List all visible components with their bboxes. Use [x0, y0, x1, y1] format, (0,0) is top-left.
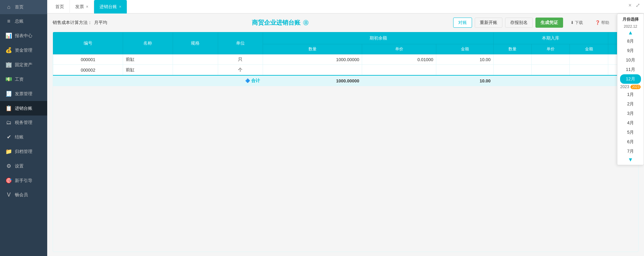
- month-nav-up: ▲: [617, 29, 644, 36]
- sidebar-item-label: 结账: [15, 134, 24, 140]
- month-nav-up-button[interactable]: ▲: [626, 30, 635, 36]
- col-name-header: 名称: [123, 32, 173, 54]
- sidebar-item-label: 总账: [15, 18, 24, 24]
- month-item-3[interactable]: 3月: [617, 109, 644, 118]
- close-accounts-icon: ✔: [5, 134, 12, 140]
- archive-icon: 📁: [5, 148, 12, 155]
- month-item-2[interactable]: 2月: [617, 99, 644, 109]
- col-period-amount-header: 金额: [436, 44, 494, 54]
- table-body: 000001 前缸 只 1000.00000 0.01000 10.00 000…: [53, 54, 638, 86]
- reopen-button[interactable]: 重新开账: [475, 18, 502, 28]
- col-in-amount-header: 金额: [570, 44, 608, 54]
- help-button[interactable]: ❓ 帮助: [590, 18, 614, 27]
- month-selector-header: 月份选择: [617, 15, 644, 24]
- month-nav-down: ▼: [617, 156, 644, 163]
- row-unit: 个: [218, 65, 263, 76]
- cost-method-value: 月平均: [94, 20, 107, 26]
- month-item-4[interactable]: 4月: [617, 118, 644, 128]
- tab-invoice-close[interactable]: ×: [86, 4, 88, 9]
- tab-purchase-sales-close[interactable]: ×: [119, 4, 121, 9]
- sidebar-item-vip[interactable]: V 畅会员: [0, 188, 47, 202]
- reconcile-button[interactable]: 对账: [453, 18, 472, 28]
- maximize-window-button[interactable]: ⤢: [634, 1, 641, 9]
- close-window-button[interactable]: ×: [627, 2, 633, 9]
- window-controls: × ⤢: [624, 0, 644, 10]
- month-nav-down-button[interactable]: ▼: [626, 157, 635, 163]
- col-spec-header: 规格: [173, 32, 218, 54]
- sidebar-item-label: 工资: [15, 76, 24, 82]
- row-period-amount: [436, 65, 494, 76]
- tab-bar: 首页 发票 × 进销台账 ×: [47, 0, 644, 14]
- sidebar-item-archive[interactable]: 📁 归档管理: [0, 144, 47, 159]
- generate-voucher-button[interactable]: 生成凭证: [535, 18, 563, 28]
- row-in-amount: [570, 65, 608, 76]
- sidebar: ⌂ 首页 ≡ 总账 📊 报表中心 💰 资金管理 🏢 固定资产 💵 工资 🧾 发票…: [0, 0, 47, 256]
- row-in-amount: [570, 54, 608, 65]
- month-item-10[interactable]: 10月: [617, 55, 644, 65]
- col-current-in-header: 本期入库: [494, 32, 608, 44]
- row-period-amount: 10.00: [436, 54, 494, 65]
- row-period-price: [362, 65, 436, 76]
- page-content: 销售成本计算方法： 月平均 商贸企业进销台账 目 对账 重新开账 存报别名 生成…: [47, 14, 644, 256]
- data-table: 编号 名称 规格 单位 期初余额 本期入库 数 数量 单价 金额 数量 单价: [53, 32, 638, 86]
- main-area: × ⤢ 首页 发票 × 进销台账 × 销售成本计算方法： 月平均 商贸企业进销台…: [47, 0, 644, 256]
- row-code: 000001: [53, 54, 123, 65]
- sidebar-item-guide[interactable]: 🎯 新手引导: [0, 173, 47, 188]
- col-in-qty-header: 数量: [494, 44, 532, 54]
- save-alias-button[interactable]: 存报别名: [505, 18, 533, 28]
- month-item-9[interactable]: 9月: [617, 46, 644, 55]
- row-name: 前缸: [123, 65, 173, 76]
- sidebar-item-reports[interactable]: 📊 报表中心: [0, 28, 47, 43]
- total-period-price: [362, 75, 436, 86]
- ledger-icon: ≡: [5, 18, 12, 24]
- sidebar-item-close-accounts[interactable]: ✔ 结账: [0, 130, 47, 144]
- tab-invoice-label: 发票: [75, 4, 84, 10]
- download-label: 下载: [575, 20, 583, 26]
- row-spec: [173, 54, 218, 65]
- tab-purchase-sales[interactable]: 进销台账 ×: [94, 0, 127, 14]
- row-in-price: [532, 54, 570, 65]
- month-item-12[interactable]: 12月: [620, 74, 641, 84]
- action-buttons: 对账 重新开账 存报别名 生成凭证 ⬇ 下载 ❓ 帮助 ↻ 刷新: [453, 18, 639, 28]
- tax-icon: 🗂: [5, 120, 12, 126]
- info-icon[interactable]: 目: [303, 20, 309, 25]
- month-item-5[interactable]: 5月: [617, 128, 644, 137]
- sidebar-item-label: 归档管理: [15, 149, 32, 155]
- home-icon: ⌂: [5, 4, 12, 10]
- row-unit: 只: [218, 54, 263, 65]
- month-item-7[interactable]: 7月: [617, 147, 644, 156]
- row-in-qty: [494, 65, 532, 76]
- sidebar-item-payroll[interactable]: 💵 工资: [0, 72, 47, 86]
- month-item-11[interactable]: 11月: [617, 65, 644, 74]
- download-button[interactable]: ⬇ 下载: [566, 18, 588, 27]
- sidebar-item-label: 设置: [15, 163, 24, 169]
- month-item-8[interactable]: 8月: [617, 36, 644, 46]
- year-badge: 2023: [631, 85, 641, 89]
- tab-home[interactable]: 首页: [50, 0, 70, 14]
- sidebar-item-tax[interactable]: 🗂 税务管理: [0, 116, 47, 130]
- sidebar-item-invoice-mgmt[interactable]: 🧾 发票管理: [0, 86, 47, 101]
- total-period-amount: 10.00: [436, 75, 494, 86]
- total-label: 🔷 合计: [53, 75, 263, 86]
- help-label: 帮助: [601, 20, 609, 26]
- row-in-qty: [494, 54, 532, 65]
- sidebar-item-purchase-sales[interactable]: 📋 进销台账: [0, 101, 47, 116]
- sidebar-item-settings[interactable]: ⚙ 设置: [0, 159, 47, 173]
- month-item-6[interactable]: 6月: [617, 137, 644, 147]
- sidebar-item-label: 资金管理: [15, 47, 32, 53]
- row-period-qty: [263, 65, 362, 76]
- sidebar-item-funds[interactable]: 💰 资金管理: [0, 43, 47, 57]
- funds-icon: 💰: [5, 47, 12, 53]
- tab-invoice[interactable]: 发票 ×: [70, 0, 94, 14]
- sidebar-item-home[interactable]: ⌂ 首页: [0, 0, 47, 14]
- assets-icon: 🏢: [5, 61, 12, 68]
- col-period-qty-header: 数量: [263, 44, 362, 54]
- row-code: 000002: [53, 65, 123, 76]
- sidebar-item-ledger[interactable]: ≡ 总账: [0, 14, 47, 28]
- reports-icon: 📊: [5, 32, 12, 39]
- sidebar-item-assets[interactable]: 🏢 固定资产: [0, 57, 47, 72]
- col-in-price-header: 单价: [532, 44, 570, 54]
- data-table-container[interactable]: 编号 名称 规格 单位 期初余额 本期入库 数 数量 单价 金额 数量 单价: [53, 32, 639, 252]
- month-item-1[interactable]: 1月: [617, 90, 644, 99]
- total-in-price: [532, 75, 570, 86]
